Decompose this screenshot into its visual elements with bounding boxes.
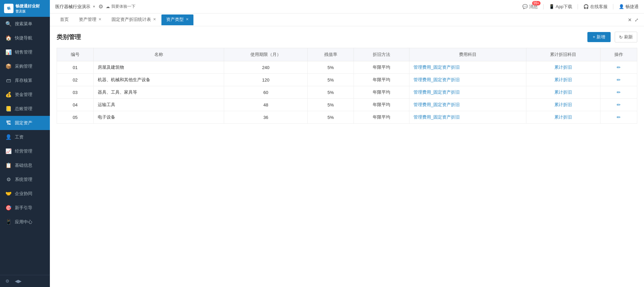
table-row: 02 机器、机械和其他生产设备 120 5% 年限平均 管理费用_固定资产折旧 … — [57, 74, 637, 86]
tab-asset-mgmt[interactable]: 资产管理 ✕ — [74, 14, 106, 25]
tab-asset-type[interactable]: 资产类型 ✕ — [161, 14, 193, 25]
sidebar-item-fixed-assets[interactable]: 🏗 固定资产 — [0, 116, 50, 130]
sidebar-logo: 畅 畅捷通好业财 普及版 — [0, 0, 50, 17]
cell-method: 年限平均 — [354, 74, 409, 86]
col-header-action: 操作 — [600, 48, 637, 61]
sidebar-item-app-center[interactable]: 📱 应用中心 — [0, 215, 50, 229]
col-header-method: 折旧方法 — [354, 48, 409, 61]
col-header-expense: 费用科目 — [409, 48, 526, 61]
sidebar-item-payroll[interactable]: 👤 工资 — [0, 130, 50, 144]
sidebar: 畅 畅捷通好业财 普及版 🔍 搜索菜单 🏠 快捷导航 📊 销售管理 📦 采购管理… — [0, 0, 50, 287]
page-header: 类别管理 + 新增 ↻ 刷新 — [57, 32, 637, 42]
sidebar-item-label: 经营管理 — [15, 148, 32, 154]
tab-depreciation-label: 固定资产折旧统计表 — [112, 17, 151, 23]
ledger-icon: 📒 — [5, 106, 11, 112]
capital-icon: 💰 — [5, 92, 11, 98]
collapse-icon[interactable]: ◀▶ — [15, 279, 22, 284]
sidebar-item-label: 资金管理 — [15, 92, 32, 98]
cell-method: 年限平均 — [354, 111, 409, 124]
edit-icon[interactable]: ✏ — [617, 115, 621, 120]
data-table: 编号 名称 使用期限（月） 残值率 折旧方法 费用科目 累计折旧科目 操作 01… — [57, 48, 637, 124]
sidebar-item-inventory[interactable]: 🗃 库存核算 — [0, 73, 50, 88]
cell-code: 03 — [57, 86, 94, 99]
edit-icon[interactable]: ✏ — [617, 102, 621, 107]
cell-accumulated: 累计折旧 — [526, 111, 600, 124]
cell-period: 60 — [224, 86, 308, 99]
topbar-settings-icon[interactable]: ⚙ — [98, 3, 103, 10]
experience-button[interactable]: ☁ 我要体验一下 — [106, 4, 135, 9]
cell-expense: 管理费用_固定资产折旧 — [409, 74, 526, 86]
top-bar-left: 医疗器械行业演示 ▼ ⚙ ☁ 我要体验一下 — [55, 3, 519, 10]
sidebar-item-ledger[interactable]: 📒 总账管理 — [0, 102, 50, 116]
cell-residual: 5% — [308, 111, 354, 124]
window-controls: ✕ ⤢ — [628, 17, 639, 23]
cell-period: 240 — [224, 61, 308, 74]
logo-sub: 普及版 — [16, 9, 40, 13]
sidebar-item-system[interactable]: ⚙ 系统管理 — [0, 172, 50, 187]
sidebar-item-enterprise[interactable]: 🤝 企业协同 — [0, 187, 50, 201]
tab-home[interactable]: 首页 — [55, 14, 73, 25]
user-avatar-icon: 👤 — [619, 4, 624, 9]
col-header-name: 名称 — [94, 48, 224, 61]
cell-period: 36 — [224, 111, 308, 124]
sidebar-item-capital[interactable]: 💰 资金管理 — [0, 88, 50, 102]
sidebar-item-label: 系统管理 — [15, 177, 32, 183]
col-header-accumulated: 累计折旧科目 — [526, 48, 600, 61]
top-bar-right: 💬 消息 99 📱 App下载 🎧 在线客服 👤 畅捷通 — [522, 4, 639, 10]
table-row: 05 电子设备 36 5% 年限平均 管理费用_固定资产折旧 累计折旧 ✏ — [57, 111, 637, 124]
sidebar-item-label: 基础信息 — [15, 162, 32, 168]
sidebar-item-label: 固定资产 — [15, 120, 32, 126]
system-icon: ⚙ — [5, 177, 11, 183]
table-row: 04 运输工具 48 5% 年限平均 管理费用_固定资产折旧 累计折旧 ✏ — [57, 99, 637, 111]
sidebar-item-label: 总账管理 — [15, 106, 32, 112]
tab-asset-type-close[interactable]: ✕ — [186, 17, 189, 22]
tab-asset-mgmt-label: 资产管理 — [79, 17, 96, 23]
tab-depreciation-close[interactable]: ✕ — [153, 17, 156, 22]
purchase-icon: 📦 — [5, 63, 11, 69]
enterprise-icon: 🤝 — [5, 191, 11, 197]
refresh-label: 刷新 — [624, 34, 633, 40]
cell-period: 120 — [224, 74, 308, 86]
user-item[interactable]: 👤 畅捷通 — [619, 4, 639, 10]
online-service-label: 在线客服 — [590, 4, 608, 10]
sidebar-item-basic-info[interactable]: 📋 基础信息 — [0, 158, 50, 172]
close-window-icon[interactable]: ✕ — [628, 17, 632, 23]
settings-bottom-icon[interactable]: ⚙ — [5, 279, 9, 284]
search-icon: 🔍 — [5, 21, 11, 27]
sidebar-item-label: 库存核算 — [15, 77, 32, 84]
tab-depreciation-table[interactable]: 固定资产折旧统计表 ✕ — [107, 14, 161, 25]
cell-name: 电子设备 — [94, 111, 224, 124]
sidebar-item-guide[interactable]: 🎯 新手引导 — [0, 201, 50, 215]
sidebar-item-quick-nav[interactable]: 🏠 快捷导航 — [0, 31, 50, 45]
divider-2 — [578, 4, 578, 9]
expand-window-icon[interactable]: ⤢ — [635, 17, 639, 23]
messages-item[interactable]: 💬 消息 99 — [522, 4, 538, 10]
sidebar-item-sales[interactable]: 📊 销售管理 — [0, 45, 50, 59]
cell-name: 房屋及建筑物 — [94, 61, 224, 74]
sidebar-item-purchase[interactable]: 📦 采购管理 — [0, 59, 50, 73]
edit-icon[interactable]: ✏ — [617, 90, 621, 95]
page-title: 类别管理 — [57, 33, 81, 41]
home-icon: 🏠 — [5, 35, 11, 41]
sidebar-item-label: 快捷导航 — [15, 35, 32, 41]
cell-expense: 管理费用_固定资产折旧 — [409, 86, 526, 99]
cell-accumulated: 累计折旧 — [526, 74, 600, 86]
refresh-button[interactable]: ↻ 刷新 — [615, 32, 637, 42]
cell-code: 01 — [57, 61, 94, 74]
sidebar-item-label: 企业协同 — [15, 191, 32, 197]
cell-method: 年限平均 — [354, 61, 409, 74]
tab-asset-mgmt-close[interactable]: ✕ — [98, 17, 101, 22]
sidebar-item-search[interactable]: 🔍 搜索菜单 — [0, 17, 50, 31]
sidebar-item-label: 工资 — [15, 134, 24, 140]
cell-name: 机器、机械和其他生产设备 — [94, 74, 224, 86]
company-name: 医疗器械行业演示 — [55, 4, 90, 10]
tab-asset-type-label: 资产类型 — [166, 17, 184, 23]
new-button[interactable]: + 新增 — [587, 32, 611, 42]
online-service-item[interactable]: 🎧 在线客服 — [583, 4, 608, 10]
sidebar-item-operations[interactable]: 📈 经营管理 — [0, 144, 50, 158]
app-download-item[interactable]: 📱 App下载 — [549, 4, 572, 10]
company-selector[interactable]: 医疗器械行业演示 ▼ — [55, 4, 96, 10]
cell-code: 04 — [57, 99, 94, 111]
edit-icon[interactable]: ✏ — [617, 65, 621, 70]
edit-icon[interactable]: ✏ — [617, 77, 621, 83]
